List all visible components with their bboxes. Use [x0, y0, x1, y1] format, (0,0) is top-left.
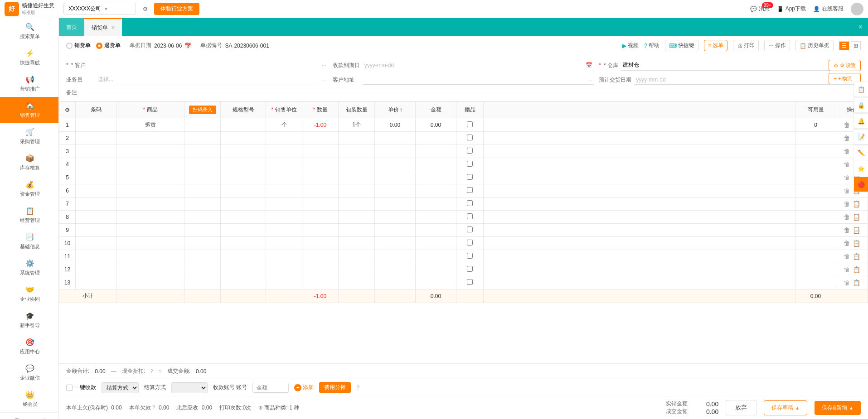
delete-icon-3[interactable]: 🗑: [844, 148, 850, 155]
delete-icon-12[interactable]: 🗑: [844, 266, 850, 273]
gift-checkbox-4[interactable]: [467, 161, 473, 167]
sidebar-item-quicknav[interactable]: ⚡ 快捷导航: [0, 44, 58, 71]
delete-icon-10[interactable]: 🗑: [844, 240, 850, 247]
gift-checkbox-5[interactable]: [467, 174, 473, 180]
row-qty-1[interactable]: -1.00: [302, 118, 339, 132]
sidebar-item-newguide[interactable]: 🎓 新手引导: [0, 307, 58, 333]
delete-icon-13[interactable]: 🗑: [844, 279, 850, 286]
customer-addr-dots[interactable]: ···: [588, 77, 592, 83]
grid-view-btn[interactable]: ⊞: [851, 41, 861, 50]
sidebar-item-search[interactable]: 🔍 搜索菜单: [0, 18, 58, 44]
sidebar-settings-icon[interactable]: ⚙: [14, 416, 20, 419]
avatar[interactable]: [851, 3, 863, 15]
discount-info-icon[interactable]: ?: [150, 369, 153, 374]
total-owe-help[interactable]: ?: [152, 405, 155, 411]
copy-icon-13[interactable]: 📋: [853, 279, 860, 286]
gift-checkbox-12[interactable]: [467, 266, 473, 272]
rf-btn-6[interactable]: ⭐: [853, 161, 868, 176]
payment-amount-input[interactable]: [252, 383, 289, 393]
tab-sales[interactable]: 销货单 ×: [84, 18, 122, 36]
message-btn[interactable]: 💬 消息 99+: [750, 5, 770, 13]
gift-checkbox-8[interactable]: [467, 213, 473, 219]
sidebar-item-management[interactable]: 📋 经营管理: [0, 202, 58, 228]
delete-icon-1[interactable]: 🗑: [844, 121, 850, 129]
copy-icon-8[interactable]: 📋: [853, 213, 860, 221]
rf-btn-2[interactable]: 🔒: [853, 97, 868, 113]
delete-icon-7[interactable]: 🗑: [844, 200, 850, 207]
sidebar-item-system[interactable]: ⚙️ 系统管理: [0, 255, 58, 281]
delete-icon-4[interactable]: 🗑: [844, 161, 850, 168]
sidebar-item-inventory[interactable]: 📦 库存核算: [0, 149, 58, 176]
delete-icon-2[interactable]: 🗑: [844, 135, 850, 142]
row-goods-1[interactable]: 拆贡: [116, 118, 184, 132]
gift-checkbox-1[interactable]: [467, 121, 473, 127]
payment-help-icon[interactable]: ?: [356, 385, 359, 391]
operation-btn[interactable]: ⋯ 操作: [764, 40, 790, 51]
gift-checkbox-9[interactable]: [467, 226, 473, 232]
gift-checkbox-10[interactable]: [467, 240, 473, 246]
payment-checkbox[interactable]: [66, 385, 73, 391]
sidebar-item-purchase[interactable]: 🛒 采购管理: [0, 123, 58, 149]
sidebar-item-sales[interactable]: 🏠 销售管理: [0, 97, 58, 123]
help-btn[interactable]: ? 帮助: [644, 42, 659, 49]
gift-checkbox-6[interactable]: [467, 187, 473, 193]
add-payment-btn[interactable]: + 添加: [294, 384, 314, 391]
shortcut-btn[interactable]: ⌨ 快捷键: [665, 40, 698, 51]
select-bill-btn[interactable]: ≡ 选单: [704, 40, 727, 51]
tab-close-icon[interactable]: ×: [112, 24, 115, 31]
sidebar-item-finance[interactable]: 💰 资金管理: [0, 176, 58, 202]
sidebar-item-wechat[interactable]: 💬 企业微信: [0, 360, 58, 386]
sidebar-item-marketing[interactable]: 📢 营销推广: [0, 71, 58, 97]
row-price-1[interactable]: 0.00: [375, 118, 416, 132]
remark-input[interactable]: [81, 91, 861, 94]
sidebar-item-basics[interactable]: 📑 基础信息: [0, 228, 58, 255]
settings-float-btn[interactable]: ⚙ ⚙ 设置: [829, 60, 861, 71]
salesperson-dots[interactable]: ···: [322, 77, 326, 83]
delete-icon-5[interactable]: 🗑: [844, 174, 850, 181]
rf-btn-1[interactable]: 📋: [853, 82, 868, 97]
copy-icon-11[interactable]: 📋: [853, 253, 860, 260]
expected-date-input[interactable]: yyyy-mm-dd 📅: [634, 75, 861, 85]
sidebar-item-member[interactable]: 👑 畅会员: [0, 386, 58, 412]
delete-icon-9[interactable]: 🗑: [844, 226, 850, 234]
row-amount-1[interactable]: 0.00: [416, 118, 456, 132]
save-new-button[interactable]: 保存&新增 ▲: [815, 401, 861, 415]
row-spec-1[interactable]: [221, 118, 266, 132]
return-order-radio[interactable]: 退货单: [96, 42, 121, 49]
sidebar-collapse-icon[interactable]: ◀: [39, 416, 45, 419]
calc-method-select[interactable]: 结算方式: [102, 382, 139, 393]
gift-checkbox-3[interactable]: [467, 148, 473, 154]
one-click-payment-checkbox[interactable]: 一键收款: [66, 384, 96, 391]
sidebar-item-collab[interactable]: 🤝 企业协同: [0, 281, 58, 307]
row-barcode-1[interactable]: [76, 118, 116, 132]
customer-input[interactable]: ···: [88, 61, 328, 70]
gift-checkbox-11[interactable]: [467, 253, 473, 259]
app-download-btn[interactable]: 📱 App下载: [777, 5, 806, 13]
payment-date-input[interactable]: yyyy-mm-dd 📅: [363, 61, 595, 70]
delete-icon-11[interactable]: 🗑: [844, 253, 850, 260]
account-select[interactable]: [171, 382, 208, 393]
video-btn[interactable]: ▶ 视频: [622, 42, 639, 49]
warehouse-input[interactable]: 建材仓 ···: [621, 60, 861, 71]
sidebar-item-appcenter[interactable]: 🎯 应用中心: [0, 333, 58, 360]
customer-addr-input[interactable]: ···: [363, 75, 595, 85]
calendar-icon[interactable]: 📅: [184, 43, 191, 49]
copy-icon-12[interactable]: 📋: [853, 266, 860, 273]
company-selector[interactable]: XXXXXX公司 ▼: [63, 3, 136, 15]
expense-split-btn[interactable]: 费用分摊: [319, 382, 351, 393]
row-unit-1[interactable]: 个: [266, 118, 302, 132]
history-btn[interactable]: 📋 历史单据: [795, 40, 834, 51]
gift-checkbox-13[interactable]: [467, 279, 473, 285]
th-config[interactable]: ⚙: [59, 102, 76, 118]
delete-icon-8[interactable]: 🗑: [844, 213, 850, 221]
trial-button[interactable]: 体验行业方案: [154, 3, 199, 15]
copy-icon-7[interactable]: 📋: [853, 200, 860, 207]
rf-btn-3[interactable]: 🔔: [853, 113, 868, 129]
rf-btn-5[interactable]: ✏️: [853, 145, 868, 160]
salesperson-input[interactable]: 选择... ···: [96, 74, 328, 85]
payment-date-calendar-icon[interactable]: 📅: [586, 62, 592, 68]
delete-icon-6[interactable]: 🗑: [844, 187, 850, 194]
price-info-icon[interactable]: ℹ: [400, 107, 402, 112]
gift-checkbox-7[interactable]: [467, 200, 473, 206]
window-close-icon[interactable]: ×: [858, 23, 863, 31]
